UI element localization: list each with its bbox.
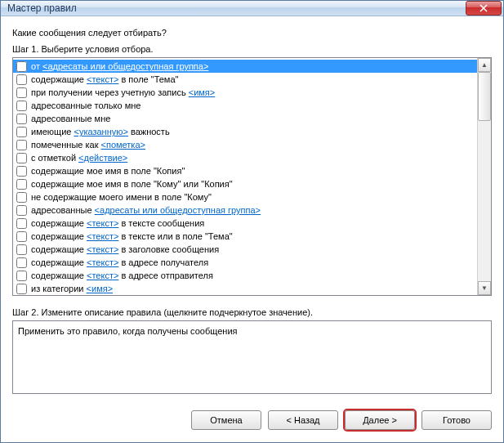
condition-link[interactable]: <текст> bbox=[87, 74, 118, 84]
cancel-button[interactable]: Отмена bbox=[191, 410, 261, 430]
condition-text: адресованные <адресаты или общедоступная… bbox=[31, 205, 261, 215]
step2-label: Шаг 2. Измените описание правила (щелкни… bbox=[12, 307, 492, 317]
condition-link[interactable]: <пометка> bbox=[101, 140, 145, 150]
condition-text: содержащие <текст> в адресе получателя bbox=[31, 257, 208, 267]
condition-checkbox[interactable] bbox=[16, 87, 27, 98]
condition-row[interactable]: от <адресаты или общедоступная группа> bbox=[13, 60, 477, 73]
condition-link[interactable]: <текст> bbox=[87, 231, 118, 241]
condition-text: содержащие <текст> в тексте сообщения bbox=[31, 218, 204, 228]
condition-link[interactable]: <действие> bbox=[78, 153, 127, 163]
description-box[interactable]: Применить это правило, когда получены со… bbox=[12, 320, 492, 394]
condition-row[interactable]: содержащие <текст> в тексте или в поле "… bbox=[13, 230, 477, 243]
condition-text: из категории <имя> bbox=[31, 284, 113, 293]
condition-row[interactable]: адресованные только мне bbox=[13, 99, 477, 112]
condition-row[interactable]: содержащие <текст> в адресе отправителя bbox=[13, 269, 477, 282]
close-icon bbox=[479, 4, 488, 12]
condition-text: не содержащие моего имени в поле "Кому" bbox=[31, 192, 212, 202]
condition-link[interactable]: <имя> bbox=[189, 87, 216, 97]
rules-wizard-window: Мастер правил Какие сообщения следует от… bbox=[0, 0, 504, 443]
scroll-up-button[interactable]: ▲ bbox=[478, 58, 491, 72]
condition-text: при получении через учетную запись <имя> bbox=[31, 87, 215, 97]
question-text: Какие сообщения следует отбирать? bbox=[12, 28, 492, 38]
condition-row[interactable]: из категории <имя> bbox=[13, 282, 477, 295]
condition-link[interactable]: <текст> bbox=[87, 244, 118, 254]
description-text: Применить это правило, когда получены со… bbox=[18, 326, 238, 336]
condition-row[interactable]: помеченные как <пометка> bbox=[13, 138, 477, 151]
content-area: Какие сообщения следует отбирать? Шаг 1.… bbox=[1, 16, 503, 402]
condition-link[interactable]: <адресаты или общедоступная группа> bbox=[42, 61, 208, 71]
condition-checkbox[interactable] bbox=[16, 114, 27, 124]
condition-row[interactable]: имеющие <указанную> важность bbox=[13, 125, 477, 138]
condition-row[interactable]: адресованные мне bbox=[13, 112, 477, 125]
condition-text: от <адресаты или общедоступная группа> bbox=[31, 61, 208, 71]
condition-row[interactable]: не содержащие моего имени в поле "Кому" bbox=[13, 190, 477, 204]
back-button[interactable]: < Назад bbox=[268, 410, 338, 430]
condition-text: содержащие <текст> в тексте или в поле "… bbox=[31, 231, 233, 241]
condition-row[interactable]: содержащие <текст> в тексте сообщения bbox=[13, 217, 477, 230]
condition-link[interactable]: <имя> bbox=[87, 284, 114, 293]
condition-text: имеющие <указанную> важность bbox=[31, 127, 170, 136]
condition-checkbox[interactable] bbox=[16, 101, 27, 111]
condition-checkbox[interactable] bbox=[16, 244, 27, 255]
step1-label: Шаг 1. Выберите условия отбора. bbox=[12, 44, 492, 54]
scrollbar: ▲ ▼ bbox=[477, 58, 491, 295]
condition-text: адресованные мне bbox=[31, 114, 110, 123]
close-button[interactable] bbox=[466, 1, 502, 16]
condition-text: помеченные как <пометка> bbox=[31, 140, 145, 150]
conditions-list[interactable]: от <адресаты или общедоступная группа>со… bbox=[13, 58, 477, 295]
condition-link[interactable]: <указанную> bbox=[74, 127, 127, 136]
condition-row[interactable]: при получении через учетную запись <имя> bbox=[13, 86, 477, 99]
condition-checkbox[interactable] bbox=[16, 218, 27, 229]
condition-text: содержащие <текст> в адресе отправителя bbox=[31, 271, 213, 280]
condition-text: содержащие мое имя в поле "Кому" или "Ко… bbox=[31, 179, 233, 189]
condition-checkbox[interactable] bbox=[16, 231, 27, 242]
condition-row[interactable]: адресованные <адресаты или общедоступная… bbox=[13, 204, 477, 217]
titlebar: Мастер правил bbox=[1, 1, 503, 16]
condition-row[interactable]: содержащие <текст> в адресе получателя bbox=[13, 256, 477, 269]
condition-row[interactable]: содержащие мое имя в поле "Кому" или "Ко… bbox=[13, 177, 477, 190]
condition-checkbox[interactable] bbox=[16, 192, 27, 203]
next-button[interactable]: Далее > bbox=[345, 410, 415, 430]
condition-link[interactable]: <адресаты или общедоступная группа> bbox=[95, 205, 261, 215]
condition-text: содержащие <текст> в заголовке сообщения bbox=[31, 244, 219, 254]
condition-checkbox[interactable] bbox=[16, 205, 27, 216]
scroll-track[interactable] bbox=[478, 72, 491, 281]
scroll-down-button[interactable]: ▼ bbox=[478, 281, 491, 295]
condition-checkbox[interactable] bbox=[16, 271, 27, 281]
condition-checkbox[interactable] bbox=[16, 140, 27, 150]
condition-checkbox[interactable] bbox=[16, 257, 27, 268]
condition-checkbox[interactable] bbox=[16, 127, 27, 137]
condition-row[interactable]: содержащие <текст> в поле "Тема" bbox=[13, 73, 477, 86]
condition-link[interactable]: <текст> bbox=[87, 218, 118, 228]
condition-row[interactable]: содержащие <текст> в заголовке сообщения bbox=[13, 243, 477, 256]
condition-text: содержащие <текст> в поле "Тема" bbox=[31, 74, 178, 84]
condition-checkbox[interactable] bbox=[16, 284, 27, 294]
condition-row[interactable]: содержащие мое имя в поле "Копия" bbox=[13, 164, 477, 177]
condition-text: содержащие мое имя в поле "Копия" bbox=[31, 166, 185, 176]
condition-text: с отметкой <действие> bbox=[31, 153, 127, 163]
condition-checkbox[interactable] bbox=[16, 179, 27, 190]
condition-checkbox[interactable] bbox=[16, 61, 27, 72]
condition-checkbox[interactable] bbox=[16, 74, 27, 85]
scroll-thumb[interactable] bbox=[478, 72, 491, 121]
condition-checkbox[interactable] bbox=[16, 166, 27, 177]
condition-text: адресованные только мне bbox=[31, 101, 140, 110]
condition-checkbox[interactable] bbox=[16, 153, 27, 163]
finish-button[interactable]: Готово bbox=[421, 410, 492, 430]
condition-link[interactable]: <текст> bbox=[87, 271, 118, 280]
condition-row[interactable]: с отметкой <действие> bbox=[13, 151, 477, 164]
condition-link[interactable]: <текст> bbox=[87, 257, 118, 267]
conditions-listbox: от <адресаты или общедоступная группа>со… bbox=[12, 57, 492, 296]
button-bar: Отмена < Назад Далее > Готово bbox=[1, 402, 503, 443]
step2-section: Шаг 2. Измените описание правила (щелкни… bbox=[12, 307, 492, 394]
window-title: Мастер правил bbox=[7, 2, 466, 14]
